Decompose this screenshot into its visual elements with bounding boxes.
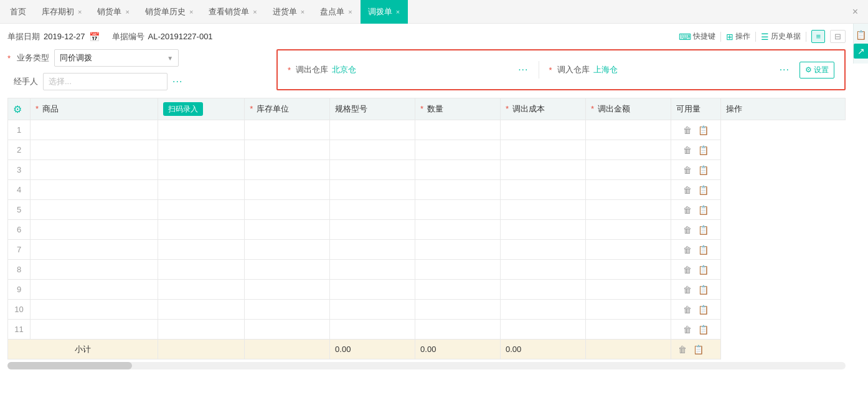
delete-icon-3[interactable]: 🗑 — [683, 165, 692, 175]
layout-button-1[interactable]: ≡ — [811, 30, 825, 43]
row-spec-5[interactable] — [245, 200, 330, 220]
row-unit-6[interactable] — [158, 220, 245, 240]
row-available-7[interactable] — [586, 240, 671, 260]
tab-purchase-order-close[interactable]: × — [301, 8, 304, 16]
business-type-select[interactable]: 同价调拨 ▼ — [54, 49, 179, 67]
row-cost-7[interactable] — [415, 240, 501, 260]
row-quantity-3[interactable] — [330, 160, 415, 180]
row-spec-6[interactable] — [245, 220, 330, 240]
row-unit-10[interactable] — [158, 300, 245, 320]
row-spec-11[interactable] — [245, 320, 330, 340]
row-product-3[interactable] — [31, 160, 158, 180]
settings-button[interactable]: ⚙ 设置 — [800, 62, 834, 79]
history-button[interactable]: ☰ 历史单据 — [761, 31, 801, 42]
row-cost-8[interactable] — [415, 260, 501, 280]
row-spec-1[interactable] — [245, 120, 330, 140]
copy-icon-8[interactable]: 📋 — [698, 265, 709, 275]
row-product-2[interactable] — [31, 140, 158, 160]
delete-icon-5[interactable]: 🗑 — [683, 205, 692, 215]
sidebar-notes-icon[interactable]: 📋 — [855, 29, 867, 41]
row-spec-10[interactable] — [245, 300, 330, 320]
tab-sales-history[interactable]: 销货单历史 × — [138, 0, 201, 24]
table-settings-icon[interactable]: ⚙ — [13, 104, 22, 115]
shortcuts-button[interactable]: ⌨ 快捷键 — [679, 31, 715, 42]
row-available-3[interactable] — [586, 160, 671, 180]
calendar-icon[interactable]: 📅 — [89, 32, 100, 42]
row-amount-2[interactable] — [501, 140, 586, 160]
copy-icon-9[interactable]: 📋 — [698, 285, 709, 295]
tab-transfer-order-close[interactable]: × — [396, 8, 400, 16]
row-product-11[interactable] — [31, 320, 158, 340]
copy-icon-11[interactable]: 📋 — [698, 325, 709, 335]
tab-transfer-order[interactable]: 调拨单 × — [361, 0, 408, 24]
delete-icon-4[interactable]: 🗑 — [683, 185, 692, 195]
row-spec-4[interactable] — [245, 180, 330, 200]
copy-icon-6[interactable]: 📋 — [698, 225, 709, 235]
delete-icon-2[interactable]: 🗑 — [683, 145, 692, 155]
row-spec-7[interactable] — [245, 240, 330, 260]
copy-icon-3[interactable]: 📋 — [698, 165, 709, 175]
row-amount-9[interactable] — [501, 280, 586, 300]
row-available-6[interactable] — [586, 220, 671, 240]
tab-inventory-count-close[interactable]: × — [348, 8, 352, 16]
row-product-9[interactable] — [31, 280, 158, 300]
subtotal-copy-icon[interactable]: 📋 — [693, 345, 704, 355]
row-quantity-6[interactable] — [330, 220, 415, 240]
copy-icon-7[interactable]: 📋 — [698, 245, 709, 255]
row-unit-4[interactable] — [158, 180, 245, 200]
row-cost-11[interactable] — [415, 320, 501, 340]
row-amount-8[interactable] — [501, 260, 586, 280]
tab-inventory-count[interactable]: 盘点单 × — [313, 0, 360, 24]
row-amount-11[interactable] — [501, 320, 586, 340]
delete-icon-11[interactable]: 🗑 — [683, 325, 692, 335]
row-product-4[interactable] — [31, 180, 158, 200]
copy-icon-2[interactable]: 📋 — [698, 145, 709, 155]
row-available-1[interactable] — [586, 120, 671, 140]
out-warehouse-more-button[interactable]: ··· — [518, 64, 528, 75]
row-cost-5[interactable] — [415, 200, 501, 220]
row-cost-10[interactable] — [415, 300, 501, 320]
row-unit-5[interactable] — [158, 200, 245, 220]
row-unit-11[interactable] — [158, 320, 245, 340]
row-unit-2[interactable] — [158, 140, 245, 160]
tab-inventory-init[interactable]: 库存期初 × — [34, 0, 90, 24]
row-quantity-1[interactable] — [330, 120, 415, 140]
handler-more-button[interactable]: ··· — [172, 76, 182, 87]
delete-icon-7[interactable]: 🗑 — [683, 245, 692, 255]
row-available-10[interactable] — [586, 300, 671, 320]
row-spec-2[interactable] — [245, 140, 330, 160]
sidebar-expand-icon[interactable]: ↗ — [854, 44, 869, 59]
tab-view-sales-close[interactable]: × — [253, 8, 257, 16]
delete-icon-9[interactable]: 🗑 — [683, 285, 692, 295]
row-spec-3[interactable] — [245, 160, 330, 180]
row-available-8[interactable] — [586, 260, 671, 280]
row-cost-4[interactable] — [415, 180, 501, 200]
copy-icon-10[interactable]: 📋 — [698, 305, 709, 315]
row-available-2[interactable] — [586, 140, 671, 160]
subtotal-delete-icon[interactable]: 🗑 — [678, 345, 687, 355]
delete-icon-1[interactable]: 🗑 — [683, 125, 692, 135]
row-amount-4[interactable] — [501, 180, 586, 200]
row-cost-3[interactable] — [415, 160, 501, 180]
horizontal-scrollbar[interactable] — [7, 362, 846, 369]
row-quantity-4[interactable] — [330, 180, 415, 200]
row-spec-9[interactable] — [245, 280, 330, 300]
tab-home[interactable]: 首页 — [2, 0, 34, 24]
row-cost-6[interactable] — [415, 220, 501, 240]
window-close-button[interactable]: × — [845, 0, 866, 24]
row-quantity-8[interactable] — [330, 260, 415, 280]
layout-button-2[interactable]: ⊟ — [830, 30, 846, 43]
row-quantity-7[interactable] — [330, 240, 415, 260]
in-warehouse-more-button[interactable]: ··· — [780, 64, 790, 75]
row-product-6[interactable] — [31, 220, 158, 240]
row-available-5[interactable] — [586, 200, 671, 220]
row-unit-3[interactable] — [158, 160, 245, 180]
row-amount-3[interactable] — [501, 160, 586, 180]
row-spec-8[interactable] — [245, 260, 330, 280]
row-amount-6[interactable] — [501, 220, 586, 240]
row-product-1[interactable] — [31, 120, 158, 140]
tab-inventory-init-close[interactable]: × — [78, 8, 82, 16]
scan-button[interactable]: 扫码录入 — [163, 102, 203, 116]
copy-icon-4[interactable]: 📋 — [698, 185, 709, 195]
row-available-4[interactable] — [586, 180, 671, 200]
